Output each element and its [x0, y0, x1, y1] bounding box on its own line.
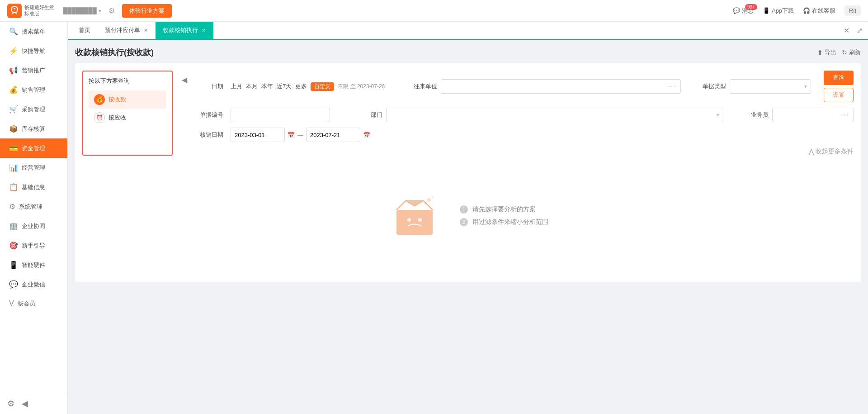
bill-type-select[interactable]: ▾: [730, 79, 811, 94]
receivable-icon: ⏰: [94, 112, 105, 123]
settings-icon[interactable]: ⚙: [108, 6, 115, 15]
tab-prepay[interactable]: 预付冲应付单 ✕: [98, 22, 156, 39]
shortcut-custom[interactable]: 自定义: [311, 82, 334, 91]
tab-close-all-btn[interactable]: ✕: [842, 24, 851, 37]
shortcut-this-month[interactable]: 本月: [246, 82, 258, 90]
sidebar-label-8: 基础信息: [22, 183, 45, 191]
tab-close-writeoff[interactable]: ✕: [202, 28, 206, 33]
staff-select[interactable]: ···: [772, 108, 854, 122]
app-download-link[interactable]: 📱 App下载: [763, 7, 794, 15]
cal-start-icon[interactable]: 📅: [288, 132, 295, 138]
sidebar-label-9: 系统管理: [19, 203, 42, 211]
online-service-link[interactable]: 🎧 在线客服: [803, 7, 835, 15]
sidebar-label-6: 资金管理: [22, 144, 45, 152]
svg-point-7: [427, 198, 431, 202]
bill-type-label: 单据类型: [699, 82, 726, 90]
writeoff-date-group: 📅 — 📅: [231, 128, 370, 142]
message-icon: 💬: [733, 7, 740, 14]
sidebar-item-9[interactable]: ⚙系统管理: [0, 197, 67, 216]
headset-icon: 🎧: [803, 7, 810, 14]
shortcut-last-month[interactable]: 上月: [231, 82, 242, 90]
message-button[interactable]: 💬 消息 99+: [733, 7, 754, 15]
filter-row-1: 日期 上月 本月 本年 近7天 更多 自定义 不限 至: [196, 71, 854, 102]
sidebar-settings-icon[interactable]: ⚙: [7, 399, 14, 409]
bill-type-arrow: ▾: [804, 83, 807, 90]
counterparty-label: 往来单位: [410, 82, 437, 90]
sidebar-icon-13: 💬: [9, 280, 18, 289]
sidebar-item-11[interactable]: 🎯新手引导: [0, 236, 67, 255]
export-button[interactable]: ⬆ 导出: [817, 48, 836, 57]
sidebar-collapse-icon[interactable]: ◀: [22, 399, 28, 409]
date-label: 日期: [196, 82, 223, 90]
sidebar-item-12[interactable]: 📱智能硬件: [0, 255, 67, 275]
svg-rect-3: [396, 210, 433, 235]
sidebar-icon-7: 📊: [9, 163, 18, 172]
svg-point-2: [14, 8, 15, 10]
tab-home[interactable]: 首页: [71, 22, 98, 39]
sidebar-icon-6: 💳: [9, 144, 18, 152]
staff-label: 业务员: [741, 111, 769, 119]
export-icon: ⬆: [817, 49, 823, 56]
sidebar-label-5: 库存核算: [22, 125, 45, 133]
logo-text: 畅捷通好生意 标准版: [24, 5, 54, 16]
sidebar-item-10[interactable]: 🏢企业协同: [0, 216, 67, 236]
company-selector[interactable]: ████████ ▾: [63, 7, 101, 14]
sidebar-item-14[interactable]: V畅会员: [0, 294, 67, 313]
cal-end-icon[interactable]: 📅: [363, 132, 370, 138]
sidebar-item-0[interactable]: 🔍搜索菜单: [0, 22, 67, 41]
user-avatar[interactable]: Rit: [844, 5, 861, 16]
main-layout: 🔍搜索菜单⚡快捷导航📢营销推广💰销售管理🛒采购管理📦库存核算💳资金管理📊经营管理…: [0, 22, 868, 414]
sidebar-item-7[interactable]: 📊经营管理: [0, 158, 67, 177]
tab-close-prepay[interactable]: ✕: [144, 28, 148, 33]
sidebar-item-3[interactable]: 💰销售管理: [0, 80, 67, 100]
writeoff-date-start-input[interactable]: [231, 128, 285, 142]
sidebar-label-13: 企业微信: [22, 281, 45, 289]
refresh-button[interactable]: ↻ 刷新: [842, 48, 861, 57]
sidebar-label-1: 快捷导航: [22, 47, 45, 55]
sidebar-label-4: 采购管理: [22, 105, 45, 114]
logo: 畅捷通好生意 标准版: [7, 4, 54, 18]
sidebar-label-7: 经营管理: [22, 164, 45, 172]
counterparty-dots[interactable]: ···: [668, 82, 677, 90]
tab-maximize-btn[interactable]: ⤢: [855, 24, 864, 37]
writeoff-date-end-input[interactable]: [306, 128, 360, 142]
page-body: 收款核销执行(按收款) ⬆ 导出 ↻ 刷新 按以: [68, 40, 868, 414]
counterparty-select[interactable]: ···: [441, 79, 681, 94]
filter-left-panel: 按以下方案查询 💰 按收款 ⏰ 按应收: [82, 71, 173, 156]
shortcut-7days[interactable]: 近7天: [277, 82, 292, 90]
shortcut-this-year[interactable]: 本年: [261, 82, 273, 90]
bill-no-input[interactable]: [231, 108, 330, 122]
sidebar-item-2[interactable]: 📢营销推广: [0, 61, 67, 80]
logo-icon: [7, 4, 22, 18]
staff-dots[interactable]: ···: [841, 111, 849, 119]
sidebar-icon-10: 🏢: [9, 222, 18, 230]
svg-rect-0: [7, 4, 22, 18]
dept-arrow: ▾: [717, 112, 719, 118]
sidebar-item-13[interactable]: 💬企业微信: [0, 275, 67, 294]
sidebar-item-6[interactable]: 💳资金管理: [0, 138, 67, 158]
filter-option-by-receivable[interactable]: ⏰ 按应收: [89, 109, 166, 127]
tab-writeoff[interactable]: 收款核销执行 ✕: [156, 22, 213, 39]
collapse-more-button[interactable]: ⋀ 收起更多条件: [196, 148, 854, 156]
sidebar-label-10: 企业协同: [22, 222, 45, 230]
query-button[interactable]: 查询: [824, 71, 854, 85]
setting-button[interactable]: 设置: [824, 88, 854, 102]
filter-option-by-receipt[interactable]: 💰 按收款: [89, 90, 166, 109]
filter-row-3: 核销日期 📅 — 📅: [196, 128, 854, 142]
top-bar-right: 💬 消息 99+ 📱 App下载 🎧 在线客服 Rit: [733, 5, 861, 16]
sidebar-item-4[interactable]: 🛒采购管理: [0, 100, 67, 119]
shortcut-more[interactable]: 更多: [295, 82, 307, 90]
sidebar-item-1[interactable]: ⚡快捷导航: [0, 41, 67, 61]
main-content: 首页 预付冲应付单 ✕ 收款核销执行 ✕ ✕ ⤢ 收款核销执行(按收款) ⬆: [68, 22, 868, 414]
date-no-limit: 不限 至 2023-07-26: [338, 83, 385, 90]
tab-bar-right: ✕ ⤢: [842, 24, 864, 37]
tab-bar: 首页 预付冲应付单 ✕ 收款核销执行 ✕ ✕ ⤢: [68, 22, 868, 40]
dept-label: 部门: [355, 111, 382, 119]
sidebar-item-5[interactable]: 📦库存核算: [0, 119, 67, 138]
bill-no-label: 单据编号: [196, 111, 223, 119]
promo-button[interactable]: 体验行业方案: [122, 4, 172, 18]
sidebar-icon-3: 💰: [9, 86, 18, 94]
sidebar-item-8[interactable]: 📋基础信息: [0, 177, 67, 197]
filter-collapse-toggle[interactable]: ◀: [180, 71, 189, 89]
dept-select[interactable]: ▾: [386, 108, 723, 122]
